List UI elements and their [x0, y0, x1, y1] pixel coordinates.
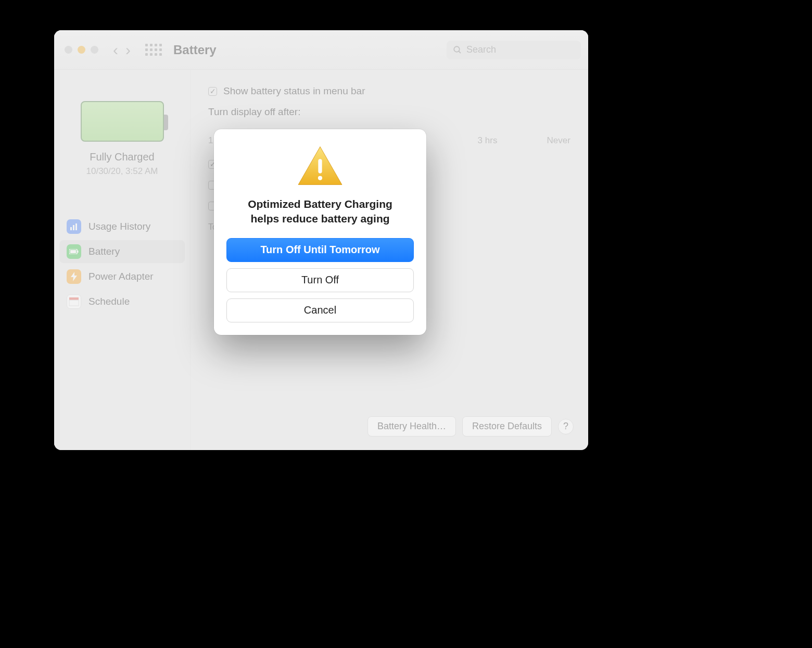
cancel-button[interactable]: Cancel: [226, 298, 414, 322]
dialog-title-line1: Optimized Battery Charging: [248, 198, 392, 210]
turn-off-until-tomorrow-button[interactable]: Turn Off Until Tomorrow: [226, 238, 414, 262]
svg-point-12: [318, 176, 322, 180]
svg-rect-13: [318, 159, 322, 173]
dialog-title: Optimized Battery Charging helps reduce …: [226, 197, 414, 227]
turn-off-button[interactable]: Turn Off: [226, 268, 414, 292]
warning-icon: [296, 145, 344, 188]
optimized-charging-dialog: Optimized Battery Charging helps reduce …: [214, 129, 426, 335]
dialog-title-line2: helps reduce battery aging: [250, 213, 389, 225]
